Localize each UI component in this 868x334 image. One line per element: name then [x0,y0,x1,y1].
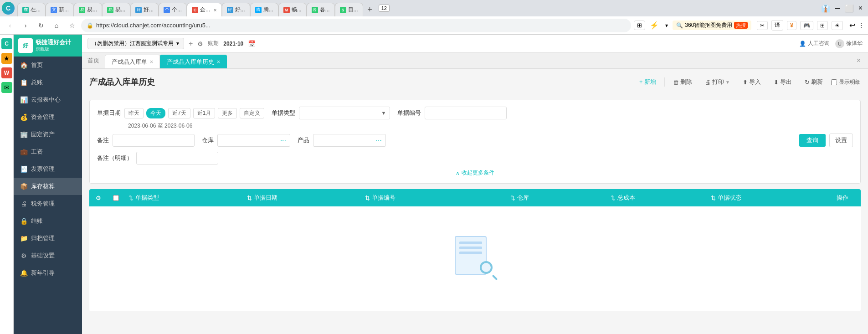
warehouse-dots-icon[interactable]: ··· [280,136,286,144]
date-btn-today[interactable]: 今天 [146,108,165,118]
breadcrumb-home[interactable]: 首页 [82,54,105,67]
app-icon-mail[interactable]: ✉ [1,82,12,93]
undo-button[interactable]: ↩ [849,21,855,30]
browser-tab-11[interactable]: 各 各... [307,3,335,16]
settings-more[interactable]: ⋮ [858,22,864,29]
back-button[interactable]: ‹ [4,19,16,32]
user-info[interactable]: U 徐泽华 [835,39,863,48]
th-total-cost[interactable]: ⇅ 总成本 [606,194,706,202]
tab-history-close[interactable]: × [217,59,220,65]
minimize-button[interactable]: ─ [835,4,840,12]
sidebar-item-invoices[interactable]: 🧾 发票管理 [14,160,82,178]
sidebar-item-home[interactable]: 🏠 首页 [14,57,82,74]
app-icon-social[interactable]: W [1,67,12,78]
select-all-checkbox[interactable] [113,195,119,201]
th-status[interactable]: ⇅ 单据状态 [706,194,825,202]
th-doc-type[interactable]: ⇅ 单据类型 [124,194,242,202]
tab-panel-close-icon[interactable]: × [857,57,861,64]
sidebar-item-ledger[interactable]: 📋 总账 [14,74,82,91]
tab-close-7[interactable]: × [214,7,216,13]
browser-tab-3[interactable]: 易 易... [74,3,102,16]
calendar-icon[interactable]: 📅 [248,40,256,47]
browser-tab-10[interactable]: M 畅... [278,3,307,16]
th-doc-no[interactable]: ⇅ 单据编号 [360,194,506,202]
browser-tab-7[interactable]: C 企... × [187,3,221,16]
doc-no-input[interactable] [425,107,507,119]
refresh-button[interactable]: ↻ [35,19,47,32]
display-detail-checkbox[interactable] [831,79,837,85]
note-input[interactable] [113,134,195,147]
refresh-button-toolbar[interactable]: ↻ 刷新 [800,76,827,88]
query-button[interactable]: 查询 [799,134,826,147]
close-window-button[interactable]: × [858,4,863,12]
yuan-tool[interactable]: ¥ [787,21,796,30]
search-extension[interactable]: 🔍 360智能抠图免费用 热搜 [673,21,751,30]
dropdown-arrow-icon[interactable]: ▾ [663,22,670,29]
date-btn-custom[interactable]: 自定义 [240,108,264,118]
export-button[interactable]: ⬇ 导出 [769,76,796,88]
import-button[interactable]: ⬆ 导入 [738,76,765,88]
date-btn-7days[interactable]: 近7天 [168,108,190,118]
product-dots-icon[interactable]: ··· [376,136,382,144]
service-button[interactable]: 👤 人工咨询 [799,40,830,47]
add-button[interactable]: + 新增 [635,76,661,88]
sidebar-item-tax[interactable]: 🖨 税务管理 [14,195,82,212]
browser-tab-2[interactable]: 文 新... [46,3,74,16]
extensions-button[interactable]: ⊞ [634,21,645,30]
date-btn-yesterday[interactable]: 昨天 [124,108,144,118]
lightning-icon[interactable]: ⚡ [648,21,661,30]
delete-button[interactable]: 🗑 删除 [668,76,697,88]
translate-tool[interactable]: 译 [771,20,783,31]
page-tab-history[interactable]: 产成品入库单历史 × [160,55,227,68]
detail-note-input[interactable] [136,152,218,164]
sidebar-item-payroll[interactable]: 💼 工资 [14,143,82,160]
th-settings[interactable]: ⚙ [89,195,108,201]
page-tab-list[interactable]: 产成品入库单 × [105,55,160,68]
browser-tab-9[interactable]: 腾 腾... [250,3,278,16]
sidebar-item-new-period[interactable]: 🔔 新年引导 [14,264,82,282]
game-tool[interactable]: 🎮 [800,21,813,30]
th-warehouse[interactable]: ⇅ 仓库 [506,194,606,202]
forward-button[interactable]: › [19,19,32,32]
tab-close-area[interactable]: × [857,57,868,65]
print-dropdown-arrow[interactable]: ▼ [725,80,730,85]
app-icon-main[interactable]: C [1,38,12,49]
browser-tab-4[interactable]: 易 易... [102,3,130,16]
bookmark-button[interactable]: ☆ [66,19,78,32]
apps-tool[interactable]: ⊞ [817,21,828,30]
customize-icon[interactable]: 👔 [821,4,830,13]
th-doc-date[interactable]: ⇅ 单据日期 [242,194,361,202]
home-button[interactable]: ⌂ [50,19,63,32]
doc-type-dropdown[interactable]: ▼ [299,107,390,119]
theme-tool[interactable]: ☀ [832,21,843,30]
browser-tab-1[interactable]: 在 在... [17,3,46,16]
browser-tab-5[interactable]: 好 好... [130,3,159,16]
browser-tab-8[interactable]: 好 好... [222,3,250,16]
date-btn-more[interactable]: 更多 [218,108,237,118]
sidebar-item-reports[interactable]: 📊 云报表中心 [14,91,82,108]
add-company-button[interactable]: + [189,40,193,48]
product-dropdown[interactable]: ··· [313,134,386,147]
th-checkbox[interactable] [108,195,124,201]
search-settings-button[interactable]: 设置 [829,134,853,147]
print-button[interactable]: 🖨 打印 ▼ [700,76,734,88]
display-detail-toggle[interactable]: 显示明细 [831,78,861,86]
sidebar-item-inventory[interactable]: 📦 库存核算 [14,178,82,195]
new-tab-button[interactable]: + [363,3,377,16]
date-btn-1month[interactable]: 近1月 [193,108,216,118]
maximize-button[interactable]: ⬜ [845,4,854,13]
sidebar-item-fixed-assets[interactable]: 🏢 固定资产 [14,126,82,143]
warehouse-dropdown[interactable]: ··· [217,134,290,147]
url-bar[interactable]: 🔒 https://cloud.chanjet.com/accounting/u… [81,19,631,32]
collapse-button[interactable]: ∧ 收起更多条件 [456,169,494,177]
company-selector[interactable]: （勿删勿禁用）江西服宝测试专用 ▼ [87,38,184,49]
browser-tab-12[interactable]: S 目... [335,3,363,16]
sidebar-item-base-settings[interactable]: ⚙ 基础设置 [14,247,82,264]
tab-list-close[interactable]: × [150,59,153,65]
sidebar-item-archive[interactable]: 📁 归档管理 [14,230,82,247]
browser-tab-6[interactable]: 个 个... [159,3,187,16]
app-icon-star[interactable]: ★ [1,53,12,64]
scissors-tool[interactable]: ✂ [757,21,768,30]
sidebar-item-closing[interactable]: 🔒 结账 [14,212,82,230]
sidebar-item-funds[interactable]: 💰 资金管理 [14,108,82,126]
